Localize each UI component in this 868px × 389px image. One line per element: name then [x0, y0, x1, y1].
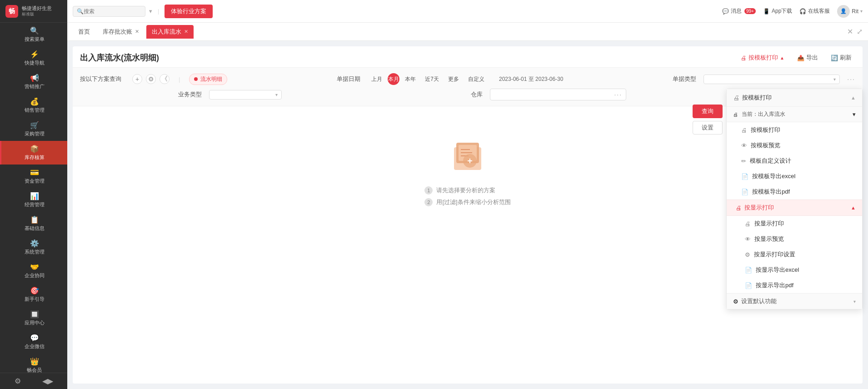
- step-2-text: 用[过滤]条件来缩小分析范围: [436, 198, 510, 206]
- doc-type-select[interactable]: ▾: [703, 75, 840, 84]
- sidebar-label-quick-nav: 快捷导航: [25, 60, 45, 66]
- sidebar-label-guide: 新手引导: [25, 296, 45, 303]
- footer-arrow-icon: ▾: [853, 299, 856, 304]
- display-preview-icon: 👁: [745, 236, 751, 243]
- user-profile[interactable]: 👤 Rit ▾: [837, 5, 863, 18]
- tab-flow-label: 出入库流水: [152, 28, 181, 36]
- sidebar-item-guide[interactable]: 🎯 新手引导: [0, 283, 67, 306]
- chip-this-year[interactable]: 本年: [401, 74, 419, 85]
- wechat-icon: 💬: [30, 334, 39, 342]
- search-bar[interactable]: 🔍: [73, 6, 145, 17]
- tab-batch-close-icon[interactable]: ✕: [135, 29, 139, 35]
- online-service-action[interactable]: 🎧 在线客服: [799, 7, 830, 15]
- sidebar-item-vip[interactable]: 👑 畅会员: [0, 354, 67, 373]
- collab-icon: 🤝: [30, 263, 39, 271]
- warehouse-more-icon[interactable]: ···: [614, 91, 622, 98]
- warehouse-select[interactable]: ···: [490, 89, 626, 100]
- header-right: 💬 消息 99+ 📱 App下载 🎧 在线客服 👤 Rit ▾: [722, 5, 863, 18]
- tab-batch[interactable]: 库存批次账 ✕: [97, 25, 145, 39]
- sidebar-item-sales[interactable]: 💰 销售管理: [0, 94, 67, 117]
- sidebar-item-basic[interactable]: 📋 基础信息: [0, 212, 67, 235]
- dropdown-display-settings[interactable]: ⚙ 按显示打印设置: [727, 247, 862, 262]
- settings-button[interactable]: 设置: [693, 121, 723, 135]
- headset-icon: 🎧: [799, 8, 806, 15]
- doc-type-more-icon[interactable]: ···: [847, 75, 855, 83]
- date-chips: 上月 本月 本年 近7天 更多 自定义: [368, 73, 488, 85]
- header-dropdown-icon[interactable]: ▾: [149, 8, 152, 15]
- display-print-icon: 🖨: [745, 220, 751, 227]
- dropdown-display-section[interactable]: 🖨 按显示打印 ▲: [727, 199, 862, 216]
- dropdown-footer[interactable]: ⚙ 设置默认功能 ▾: [727, 293, 862, 309]
- export-icon: 📤: [797, 55, 804, 61]
- system-icon: ⚙️: [30, 239, 39, 248]
- sidebar-item-operations[interactable]: 📊 经营管理: [0, 188, 67, 212]
- dropdown-display-print[interactable]: 🖨 按显示打印: [727, 216, 862, 231]
- dropdown-template-excel[interactable]: 📄 按模板导出excel: [727, 169, 862, 184]
- display-excel-label: 按显示导出excel: [756, 266, 799, 274]
- dropdown-template-custom[interactable]: ✏ 模板自定义设计: [727, 153, 862, 169]
- print-template-label: 按模板打印: [748, 54, 778, 62]
- tab-flow[interactable]: 出入库流水 ✕: [146, 25, 194, 39]
- export-button[interactable]: 📤 导出: [793, 52, 822, 64]
- sidebar-label-finance: 资金管理: [25, 178, 45, 185]
- sidebar-bottom: ⚙ ◀▶: [0, 373, 67, 389]
- dropdown-display-excel[interactable]: 📄 按显示导出excel: [727, 262, 862, 278]
- tab-flow-close-icon[interactable]: ✕: [184, 29, 188, 35]
- sidebar-item-inventory[interactable]: 📦 库存核算: [0, 141, 67, 165]
- filter-collapse-button[interactable]: 《: [160, 74, 170, 84]
- sidebar-item-marketing[interactable]: 📢 营销推广: [0, 70, 67, 94]
- dropdown-current-item[interactable]: 🖨 当前：出入库流水 ▾: [727, 107, 862, 122]
- chip-more[interactable]: 更多: [444, 74, 463, 85]
- chip-last-month[interactable]: 上月: [368, 74, 386, 85]
- header-left: 🔍 ▾ | 体验行业方案: [73, 5, 213, 18]
- sidebar-item-finance[interactable]: 💳 资金管理: [0, 165, 67, 188]
- main-area: 🔍 ▾ | 体验行业方案 💬 消息 99+ 📱 App下载 🎧 在线客服: [67, 0, 868, 389]
- sidebar-item-apps[interactable]: 🔲 应用中心: [0, 306, 67, 330]
- dropdown-template-pdf[interactable]: 📄 按模板导出pdf: [727, 184, 862, 199]
- template-pdf-label: 按模板导出pdf: [752, 188, 790, 196]
- search-input[interactable]: [84, 8, 138, 15]
- sidebar-item-collab[interactable]: 🤝 企业协同: [0, 259, 67, 283]
- collapse-sidebar-icon[interactable]: ◀▶: [42, 377, 53, 385]
- app-logo-icon: 畅: [5, 5, 18, 18]
- sidebar-item-wechat[interactable]: 💬 企业微信: [0, 330, 67, 354]
- dropdown-display-pdf[interactable]: 📄 按显示导出pdf: [727, 278, 862, 293]
- doc-type-caret-icon: ▾: [833, 77, 836, 82]
- sidebar-item-system[interactable]: ⚙️ 系统管理: [0, 235, 67, 259]
- sidebar-item-purchase[interactable]: 🛒 采购管理: [0, 117, 67, 141]
- close-window-icon[interactable]: ✕: [847, 27, 853, 36]
- export-label: 导出: [806, 54, 818, 62]
- filter-flow-tag[interactable]: 流水明细: [189, 74, 227, 85]
- query-button[interactable]: 查询: [693, 105, 723, 118]
- dropdown-template-preview[interactable]: 👁 按模板预览: [727, 138, 862, 153]
- refresh-button[interactable]: 🔄 刷新: [827, 52, 855, 64]
- print-template-button[interactable]: 🖨 按模板打印 ▲: [737, 52, 788, 64]
- settings-bottom-icon[interactable]: ⚙: [15, 377, 21, 385]
- filter-settings-button[interactable]: ⚙: [146, 74, 156, 84]
- chip-7days[interactable]: 近7天: [421, 74, 443, 85]
- query-settings-area: 查询 设置: [693, 105, 723, 135]
- footer-label: 设置默认功能: [741, 297, 777, 305]
- tab-home[interactable]: 首页: [73, 25, 95, 39]
- dropdown-collapse-icon[interactable]: ▲: [851, 95, 856, 100]
- brand-name: 畅捷通好生意: [22, 5, 52, 11]
- brand-sub: 标准版: [22, 11, 52, 17]
- chip-custom[interactable]: 自定义: [464, 74, 488, 85]
- filter-add-button[interactable]: +: [132, 74, 142, 84]
- sidebar-item-search[interactable]: 🔍 搜索菜单: [0, 23, 67, 46]
- step-1-number: 1: [424, 186, 433, 194]
- template-print-label: 按模板打印: [751, 126, 780, 134]
- chip-this-month[interactable]: 本月: [388, 73, 399, 85]
- footer-content: ⚙ 设置默认功能: [733, 297, 777, 305]
- display-section-arrow-icon: ▲: [851, 205, 856, 210]
- message-action[interactable]: 💬 消息 99+: [722, 7, 756, 15]
- maximize-window-icon[interactable]: ⤢: [857, 27, 863, 36]
- dropdown-template-print[interactable]: 🖨 按模板打印: [727, 122, 862, 138]
- app-download-action[interactable]: 📱 App下载: [763, 7, 792, 15]
- dropdown-display-preview[interactable]: 👁 按显示预览: [727, 231, 862, 247]
- sidebar-label-search: 搜索菜单: [25, 36, 45, 43]
- message-badge: 99+: [744, 8, 756, 14]
- business-type-select[interactable]: ▾: [209, 90, 282, 100]
- sidebar-item-quick-nav[interactable]: ⚡ 快捷导航: [0, 46, 67, 70]
- industry-solution-button[interactable]: 体验行业方案: [165, 5, 213, 18]
